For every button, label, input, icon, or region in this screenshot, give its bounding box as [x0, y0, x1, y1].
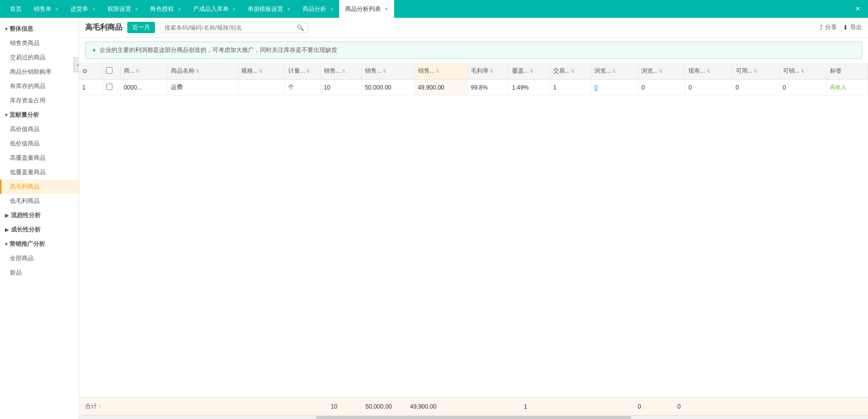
- sidebar-item-high-coverage[interactable]: 高覆盖量商品: [0, 151, 79, 165]
- arrow-icon-3: ▶: [5, 213, 9, 218]
- export-icon: ⬇: [843, 24, 848, 31]
- sort-icon-browse1[interactable]: ⇅: [612, 69, 616, 74]
- sort-icon-name[interactable]: ⇅: [196, 69, 200, 74]
- sidebar-item-sales-products[interactable]: 销售类商品: [0, 36, 79, 50]
- sidebar-item-traded-products[interactable]: 交易过的商品: [0, 50, 79, 65]
- search-icon[interactable]: 🔍: [297, 24, 304, 31]
- sort-icon-cover[interactable]: ⇅: [530, 69, 534, 74]
- window-close-button[interactable]: ×: [852, 4, 864, 13]
- nav-purchase[interactable]: 进货单 ×: [64, 0, 101, 18]
- sidebar-item-in-stock[interactable]: 有库存的商品: [0, 79, 79, 93]
- sidebar-item-high-value[interactable]: 高价值商品: [0, 122, 79, 137]
- nav-close-product-analysis[interactable]: ×: [330, 6, 333, 12]
- cell-gross-rate: 99.8%: [467, 80, 509, 95]
- cell-tag: 高收入: [826, 80, 868, 95]
- sidebar-item-distribution-rate[interactable]: 商品分销助购率: [0, 65, 79, 79]
- sort-icon-unit[interactable]: ⇅: [306, 69, 310, 74]
- sidebar-group-trend[interactable]: ▶ 流趋性分析: [0, 208, 79, 223]
- sidebar-group-overall[interactable]: ▾ 整体信息: [0, 22, 79, 36]
- nav-sales-order[interactable]: 销售单 ×: [28, 0, 64, 18]
- sidebar-item-low-value[interactable]: 低价值商品: [0, 137, 79, 151]
- sort-icon-spec[interactable]: ⇅: [259, 69, 263, 74]
- nav-close-production[interactable]: ×: [233, 6, 236, 12]
- cell-stock-cur: 0: [685, 80, 732, 95]
- search-input[interactable]: [164, 24, 295, 31]
- sidebar-item-high-margin[interactable]: 高毛利商品: [0, 180, 79, 194]
- sort-icon-stock-cur[interactable]: ⇅: [707, 69, 711, 74]
- sort-icon-code[interactable]: ⇅: [136, 69, 140, 74]
- sidebar-collapse-button[interactable]: «: [73, 57, 79, 72]
- cell-cover: 1.49%: [509, 80, 550, 95]
- sort-icon-sales-profit[interactable]: ⇅: [436, 69, 440, 74]
- share-button[interactable]: ⤴ 分享: [819, 23, 837, 32]
- nav-close-roles[interactable]: ×: [178, 6, 181, 12]
- col-header-unit: 计量... ⇅: [285, 63, 320, 80]
- browse-link[interactable]: 0: [594, 84, 598, 91]
- nav-close-purchase[interactable]: ×: [92, 6, 95, 12]
- time-filter-button[interactable]: 近一月: [127, 22, 155, 33]
- sort-icon-gross-rate[interactable]: ⇅: [490, 69, 494, 74]
- sidebar-item-all-products[interactable]: 全部商品: [0, 251, 79, 266]
- content-area: 高毛利商品 近一月 🔍 ⤴ 分享 ⬇ 导出 ✦ 企业的主要的利润都是这部分商品创…: [79, 18, 868, 419]
- scrollbar-thumb[interactable]: [316, 416, 631, 419]
- table-wrapper: ⚙ 商... ⇅: [79, 63, 868, 397]
- sidebar-group-contribution[interactable]: ▾ 贡献量分析: [0, 108, 79, 122]
- cell-browse2: 0: [638, 80, 685, 95]
- footer-sales-profit: 49,900.00: [407, 403, 452, 410]
- sidebar: « ▾ 整体信息 销售类商品 交易过的商品 商品分销助购率 有库存的商品 库存资…: [0, 18, 79, 419]
- nav-home[interactable]: 首页: [4, 0, 28, 18]
- sort-icon-sales-qty[interactable]: ⇅: [342, 69, 346, 74]
- share-icon: ⤴: [819, 24, 823, 31]
- sort-icon-stock-sell[interactable]: ⇅: [801, 69, 805, 74]
- nav-roles[interactable]: 角色授权 ×: [144, 0, 187, 18]
- sidebar-group-marketing[interactable]: ▾ 营销推广分析: [0, 237, 79, 251]
- sidebar-group-growth[interactable]: ▶ 成长性分析: [0, 223, 79, 237]
- col-header-check[interactable]: [103, 63, 121, 80]
- cell-stock-sell: 0: [779, 80, 826, 95]
- col-header-browse2: 浏览... ⇅: [638, 63, 685, 80]
- settings-icon[interactable]: ⚙: [82, 68, 88, 75]
- header-actions: ⤴ 分享 ⬇ 导出: [819, 23, 862, 32]
- sort-icon-browse2[interactable]: ⇅: [659, 69, 663, 74]
- nav-permissions[interactable]: 权限设置 ×: [102, 0, 144, 18]
- nav-close-permissions[interactable]: ×: [135, 6, 138, 12]
- nav-product-analysis[interactable]: 商品分析 ×: [297, 0, 339, 18]
- top-nav: 首页 销售单 × 进货单 × 权限设置 × 角色授权 × 产成品入库单 × 单据…: [0, 0, 868, 18]
- row-checkbox[interactable]: [106, 84, 112, 90]
- nav-close-template[interactable]: ×: [287, 6, 290, 12]
- col-header-num: ⚙: [79, 63, 103, 80]
- col-header-browse1: 浏览... ⇅: [591, 63, 638, 80]
- scrollbar-area: [79, 415, 868, 419]
- nav-close-sales[interactable]: ×: [55, 6, 58, 12]
- sidebar-item-new-products[interactable]: 新品: [0, 266, 79, 280]
- sidebar-item-low-margin[interactable]: 低毛利商品: [0, 194, 79, 208]
- sidebar-item-stock-funds[interactable]: 库存资金占用: [0, 93, 79, 108]
- cell-code: 0000...: [120, 80, 167, 95]
- sort-icon-sales-amt[interactable]: ⇅: [383, 69, 387, 74]
- nav-product-analysis-list[interactable]: 商品分析列表 ×: [339, 0, 394, 18]
- cell-check[interactable]: [103, 80, 121, 95]
- nav-production[interactable]: 产成品入库单 ×: [187, 0, 242, 18]
- footer-bar: 合计： 10 50,000.00 49,900.00 1 0 0: [79, 397, 868, 415]
- cell-name: 运费: [167, 80, 238, 95]
- col-header-sales-qty: 销售... ⇅: [320, 63, 361, 80]
- col-header-spec: 规格... ⇅: [238, 63, 285, 80]
- page-title: 高毛利商品: [85, 23, 122, 32]
- sort-icon-stock-avail[interactable]: ⇅: [754, 69, 758, 74]
- footer-trade: 1: [521, 403, 556, 410]
- sidebar-item-low-coverage[interactable]: 低覆盖量商品: [0, 165, 79, 180]
- col-header-sales-amt: 销售... ⇅: [361, 63, 414, 80]
- table-row: 10000...运费个1050,000.0049,900.0099.8%1.49…: [79, 80, 868, 95]
- nav-template[interactable]: 单据模板设置 ×: [242, 0, 296, 18]
- cell-browse1[interactable]: 0: [591, 80, 638, 95]
- tip-bar: ✦ 企业的主要的利润都是这部分商品创造的，可考虑加大推广，同时关注库存是不要出现…: [85, 42, 862, 59]
- col-header-name: 商品名称 ⇅: [167, 63, 238, 80]
- nav-close-product-list[interactable]: ×: [385, 6, 388, 12]
- tip-icon: ✦: [92, 47, 97, 54]
- select-all-checkbox[interactable]: [106, 67, 112, 74]
- col-header-sales-profit: 销售... ⇅: [414, 63, 467, 80]
- footer-sales-qty: 10: [328, 403, 362, 410]
- search-box: 🔍: [160, 23, 308, 33]
- export-button[interactable]: ⬇ 导出: [843, 23, 862, 32]
- sort-icon-trade[interactable]: ⇅: [571, 69, 575, 74]
